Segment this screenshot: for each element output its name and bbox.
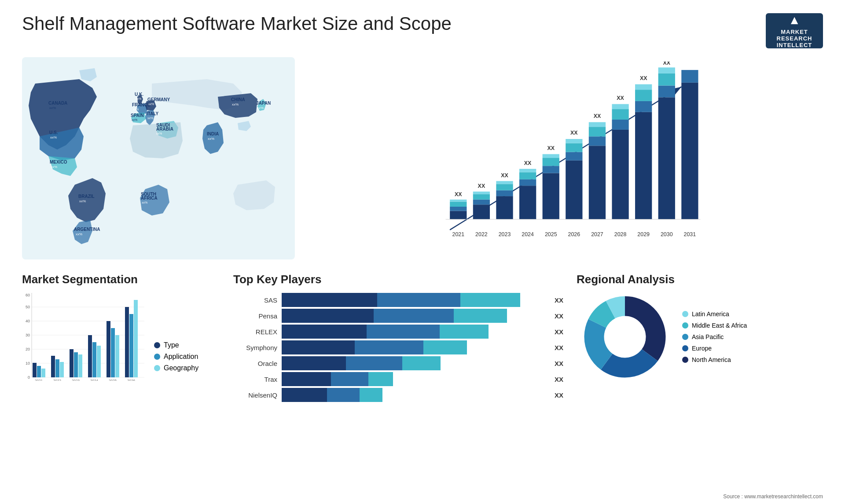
player-row-sas: SAS XX [233,293,563,307]
player-value-trax: XX [555,376,563,383]
svg-rect-73 [589,127,606,136]
svg-rect-77 [612,130,628,219]
player-name-sas: SAS [233,296,277,304]
svg-rect-66 [566,152,582,161]
regional-dot-apac [682,334,688,340]
svg-text:XX: XX [547,145,555,151]
logo: ▲ MARKET RESEARCH INTELLECT [766,13,823,48]
svg-rect-78 [612,120,628,130]
svg-text:XX: XX [478,183,485,189]
player-bar-nielseniq [282,388,547,402]
svg-rect-37 [450,202,467,207]
svg-text:AFRICA: AFRICA [141,196,158,201]
regional-dot-mea [682,322,688,329]
svg-rect-48 [496,190,513,196]
player-name-symphony: Symphony [233,344,277,351]
svg-text:xx%: xx% [50,135,57,139]
svg-text:2021: 2021 [452,231,464,237]
segmentation-section: Market Segmentation 0 10 20 30 40 50 60 [22,273,211,404]
svg-text:60: 60 [26,293,30,297]
player-value-relex: XX [555,328,563,336]
svg-rect-60 [543,166,559,173]
players-list: SAS XX Pensa [233,293,563,404]
svg-text:CHINA: CHINA [231,97,245,102]
svg-rect-56 [519,169,536,172]
svg-text:xx%: xx% [257,106,264,110]
svg-rect-133 [129,314,133,377]
svg-rect-128 [107,321,110,377]
svg-rect-67 [566,143,582,152]
svg-text:10: 10 [26,361,30,365]
svg-text:JAPAN: JAPAN [256,101,271,106]
legend-label-type: Type [164,341,179,349]
svg-text:xx%: xx% [76,232,82,236]
svg-rect-68 [566,139,582,143]
svg-rect-89 [658,97,675,219]
regional-dot-europe [682,345,688,351]
player-bar-pensa [282,309,547,323]
svg-rect-125 [92,342,96,377]
svg-rect-84 [635,101,652,112]
growth-bar-chart: XX 2021 XX 2022 XX 2023 [317,62,819,255]
svg-text:40: 40 [26,319,30,323]
svg-rect-55 [519,172,536,179]
legend-label-application: Application [164,353,198,361]
svg-rect-53 [519,186,536,219]
legend-dot-application [154,354,160,360]
map-section: CANADA xx% U.S. xx% MEXICO xx% BRAZIL xx… [22,57,295,259]
svg-rect-124 [88,335,92,377]
svg-text:XX: XX [501,172,508,179]
svg-rect-132 [125,307,129,377]
svg-text:2023: 2023 [72,379,80,381]
svg-rect-36 [450,207,467,211]
svg-text:xx%: xx% [79,199,86,203]
regional-content: Latin America Middle East & Africa Asia … [577,293,823,381]
regional-dot-northamerica [682,357,688,363]
logo-line3: INTELLECT [777,42,812,48]
regional-dot-latin [682,311,688,317]
svg-text:U.S.: U.S. [49,130,58,135]
svg-rect-85 [635,90,652,101]
svg-text:2024: 2024 [522,231,534,237]
svg-text:xx%: xx% [136,97,141,100]
player-row-pensa: Pensa XX [233,309,563,323]
page-title: Shelf Management Software Market Size an… [22,13,452,34]
svg-rect-90 [658,86,675,98]
svg-rect-92 [658,67,675,73]
svg-rect-79 [612,109,628,120]
svg-rect-129 [111,328,115,377]
world-map-svg: CANADA xx% U.S. xx% MEXICO xx% BRAZIL xx… [22,57,295,259]
svg-rect-65 [566,161,582,219]
legend-label-geography: Geography [164,364,198,372]
svg-text:XX: XX [617,95,624,101]
svg-text:xx%: xx% [142,201,147,204]
bar-chart-section: XX 2021 XX 2022 XX 2023 [304,57,823,259]
svg-rect-59 [543,173,559,219]
player-name-nielseniq: NielsenIQ [233,391,277,399]
svg-text:2028: 2028 [614,231,627,237]
svg-rect-71 [589,146,606,219]
svg-text:xx%: xx% [208,137,214,141]
player-bar-trax [282,372,547,386]
svg-text:ARGENTINA: ARGENTINA [74,227,100,232]
logo-icon: ▲ [788,13,801,27]
regional-legend-northamerica: North America [682,356,747,363]
svg-rect-43 [473,194,490,199]
svg-text:XX: XX [455,191,462,197]
svg-rect-134 [134,300,138,377]
player-row-nielseniq: NielsenIQ XX [233,388,563,402]
svg-rect-116 [51,356,55,377]
svg-rect-96 [681,70,698,83]
regional-section: Regional Analysis [577,273,823,404]
regional-legend-europe: Europe [682,345,747,352]
regional-label-apac: Asia Pacific [692,333,724,340]
svg-rect-118 [60,362,64,377]
legend-dot-geography [154,365,160,371]
svg-rect-121 [74,352,78,377]
svg-text:XX: XX [594,113,601,119]
svg-text:xx%: xx% [148,102,154,106]
svg-text:xx%: xx% [232,102,239,106]
svg-text:2022: 2022 [53,379,61,381]
svg-text:2031: 2031 [684,231,696,237]
svg-text:2026: 2026 [568,231,580,237]
